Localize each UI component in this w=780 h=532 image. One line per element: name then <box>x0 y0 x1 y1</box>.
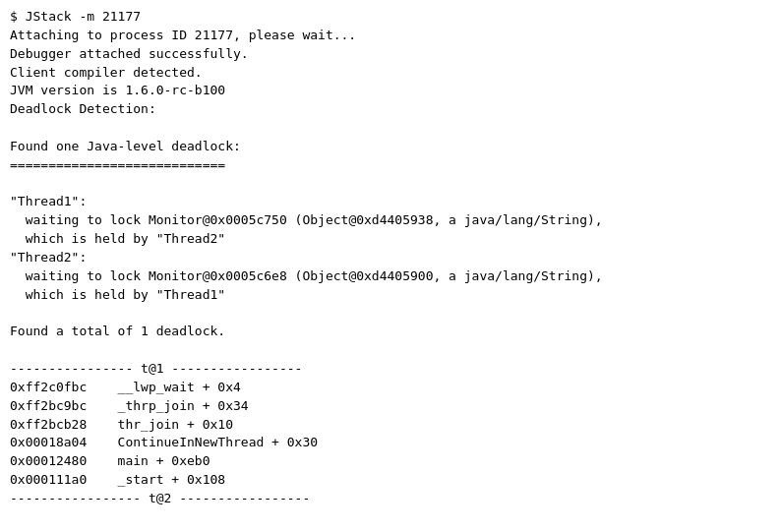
terminal-output: $ JStack -m 21177 Attaching to process I… <box>10 8 770 508</box>
